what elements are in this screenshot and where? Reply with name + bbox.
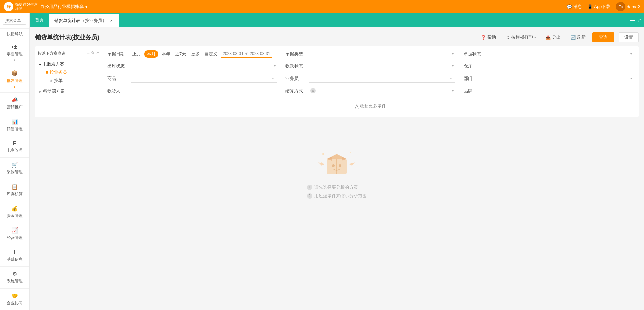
this-month-btn[interactable]: 本月: [144, 50, 158, 58]
sidebar-item-marketing[interactable]: 📣 营销推广: [0, 93, 29, 114]
last7-btn[interactable]: 近7天: [174, 50, 187, 58]
app-selector[interactable]: 办公用品行业模拟账套 ▾: [40, 4, 88, 10]
filter-panel: 单据日期 上月 本月 本年 近7天 更多 自定义: [102, 46, 639, 117]
hint-item-2: 2 用过滤条件来缩小分析范围: [307, 192, 367, 200]
logo-symbol: 好: [7, 4, 11, 10]
filter-row-1: 单据日期 上月 本月 本年 近7天 更多 自定义: [107, 50, 633, 58]
filter-paymethod-field: 结算方式 × ▾: [285, 87, 455, 95]
date-period-label: 单据日期: [107, 51, 131, 57]
empty-state-hints: 1 请先选择要分析的方案 2 用过滤条件来缩小分析范围: [307, 183, 367, 200]
scheme-by-salesperson[interactable]: 按业务员: [38, 68, 99, 76]
system-icon: ⚙: [12, 271, 17, 277]
print-button[interactable]: 🖨 按模板打印 ▾: [503, 33, 539, 42]
dept-input[interactable]: ▾: [487, 75, 633, 82]
pay-method-input[interactable]: × ▾: [309, 87, 455, 95]
more-date-btn[interactable]: 更多: [190, 50, 201, 58]
scheme-add-button[interactable]: +: [87, 50, 90, 56]
pay-method-clear[interactable]: ×: [310, 88, 316, 93]
collapse-label: 收起更多条件: [360, 103, 386, 109]
refresh-button[interactable]: 🔄 刷新: [568, 33, 588, 42]
receiver-input[interactable]: ···: [131, 87, 277, 95]
query-button[interactable]: 查询: [592, 32, 614, 42]
retail-icon: 🛍: [12, 44, 17, 50]
print-label: 按模板打印: [511, 34, 533, 40]
doc-status-input[interactable]: ▾: [487, 51, 633, 57]
filter-receiptstatus-field: 收款状态 ▾: [285, 63, 455, 69]
export-button[interactable]: 📤 导出: [543, 33, 564, 42]
sidebar-item-retail[interactable]: 🛍 零售管理 ▾: [0, 40, 29, 66]
window-min-icon[interactable]: —: [630, 17, 635, 23]
receiver-dots: ···: [272, 88, 276, 93]
collapse-bar: ⋀ 收起更多条件: [107, 99, 633, 113]
date-range-display[interactable]: 2023-03-01 至 2023-03-31: [221, 50, 271, 58]
scheme-header-label: 按以下方案查询: [38, 51, 66, 56]
sidebar-label-inventory: 库存核算: [7, 191, 23, 197]
warehouse-input[interactable]: ···: [487, 62, 633, 70]
scheme-tree-pc-parent[interactable]: ▾ 电脑端方案: [38, 60, 99, 68]
operation-icon: 📈: [11, 227, 18, 234]
filter-warehouse-field: 仓库 ···: [464, 62, 633, 70]
top-bar-right: 💬 消息 📱 App下载 Ea demo2: [567, 2, 640, 11]
main-layout: 快捷导航 🛍 零售管理 ▾ 📦 批发管理 ▴ 📣 营销推广 📊 销售管理 �: [0, 13, 644, 310]
sidebar-item-corp[interactable]: 🤝 企业协同: [0, 289, 29, 310]
search-input[interactable]: [3, 17, 26, 25]
warehouse-label: 仓库: [464, 63, 487, 69]
scheme-salesperson-label: 按业务员: [50, 69, 67, 75]
help-label: 帮助: [487, 34, 496, 40]
sidebar-item-purchase[interactable]: 🛒 采购管理: [0, 158, 29, 179]
app-name-label: 办公用品行业模拟账套: [40, 4, 84, 10]
tab-home[interactable]: 首页: [30, 13, 49, 27]
out-status-input[interactable]: ▾: [131, 63, 277, 69]
last-month-btn[interactable]: 上月: [131, 50, 142, 58]
salesperson-dots: ···: [450, 75, 454, 81]
doc-icon: ◈: [50, 78, 53, 83]
dept-label: 部门: [464, 75, 487, 82]
filter-brand-field: 品牌 ···: [464, 87, 633, 95]
receipt-status-input[interactable]: ▾: [309, 63, 455, 69]
sidebar-item-ecommerce[interactable]: 🖥 电商管理: [0, 136, 29, 158]
quick-nav-button[interactable]: 快捷导航: [0, 29, 29, 40]
scheme-by-doc[interactable]: ◈ 按单: [38, 76, 99, 85]
filter-box: 按以下方案查询 + ✎ « ▾ 电脑端方案: [35, 46, 639, 117]
export-label: 导出: [552, 34, 561, 40]
export-icon: 📤: [545, 35, 551, 40]
inventory-icon: 📋: [11, 184, 18, 190]
logo-text-main: 畅捷通好生意: [15, 2, 38, 7]
help-button[interactable]: ❓ 帮助: [478, 33, 499, 42]
sidebar-item-wholesale[interactable]: 📦 批发管理 ▴: [0, 66, 29, 93]
pay-method-label: 结算方式: [285, 88, 309, 94]
doc-type-arrow: ▾: [452, 52, 454, 56]
sidebar-item-finance[interactable]: 💰 资金管理: [0, 201, 29, 223]
product-input[interactable]: ···: [131, 74, 277, 83]
salesperson-input[interactable]: ···: [309, 74, 455, 83]
sidebar-item-inventory[interactable]: 📋 库存核算: [0, 179, 29, 201]
sidebar-item-sales[interactable]: 📊 销售管理: [0, 114, 29, 136]
svg-point-6: [350, 152, 351, 153]
logo-icon: 好: [4, 2, 13, 11]
brand-input[interactable]: ···: [487, 87, 633, 95]
collapse-button[interactable]: ⋀ 收起更多条件: [350, 102, 391, 110]
sidebar-item-operation[interactable]: 📈 经营管理: [0, 223, 29, 245]
custom-date-btn[interactable]: 自定义: [203, 50, 219, 58]
window-max-icon[interactable]: ⤢: [637, 17, 641, 23]
basic-icon: ℹ: [14, 249, 16, 255]
sidebar-item-system[interactable]: ⚙ 系统管理: [0, 267, 29, 289]
doc-type-input[interactable]: ▾: [309, 51, 455, 57]
retail-arrow: ▾: [14, 58, 15, 62]
this-year-btn[interactable]: 本年: [160, 50, 172, 58]
app-download-button[interactable]: 📱 App下载: [587, 4, 610, 10]
user-menu[interactable]: Ea demo2: [616, 2, 640, 11]
tab-close-button[interactable]: ×: [109, 18, 114, 23]
app-selector-chevron: ▾: [85, 4, 88, 9]
scheme-edit-icon[interactable]: ✎: [91, 50, 95, 56]
filter-outstatus-field: 出库状态 ▾: [107, 63, 277, 69]
scheme-tree-mobile-parent[interactable]: ▶ 移动端方案: [38, 87, 99, 95]
scheme-collapse-icon[interactable]: «: [96, 50, 99, 56]
sidebar-label-finance: 资金管理: [7, 213, 23, 219]
pay-method-arrow: ▾: [452, 89, 454, 93]
scheme-tree-mobile: ▶ 移动端方案: [38, 86, 99, 97]
tab-sales-report[interactable]: 销货单统计表（按业务员） ×: [49, 14, 119, 28]
sidebar-item-basic[interactable]: ℹ 基础信息: [0, 245, 29, 267]
setting-button[interactable]: 设置: [619, 32, 639, 42]
message-button[interactable]: 💬 消息: [567, 4, 582, 10]
